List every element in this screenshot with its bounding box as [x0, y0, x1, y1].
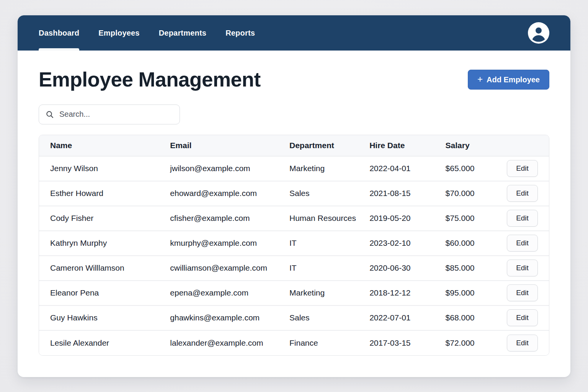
- cell-name: Cameron Willlamson: [39, 256, 170, 281]
- cell-salary: $68.000: [446, 305, 507, 330]
- column-header-hire-date: Hire Date: [369, 135, 445, 156]
- cell-hire-date: 2021-08-15: [369, 181, 445, 206]
- cell-email: jwilson@example.com: [170, 156, 289, 181]
- add-employee-button[interactable]: + Add Employee: [468, 70, 549, 90]
- search-input[interactable]: [59, 110, 173, 119]
- cell-salary: $60.000: [446, 231, 507, 256]
- page-header: Employee Management + Add Employee: [39, 68, 549, 91]
- cell-name: Cody Fisher: [39, 206, 170, 231]
- cell-hire-date: 2018-12-12: [369, 281, 445, 305]
- table-row: Jenny Wilson jwilson@example.com Marketi…: [39, 156, 549, 181]
- cell-department: Marketing: [289, 281, 369, 305]
- cell-department: IT: [289, 256, 369, 281]
- edit-button[interactable]: Edit: [507, 309, 538, 326]
- column-header-department: Department: [289, 135, 369, 156]
- add-employee-label: Add Employee: [487, 75, 540, 84]
- main-content: Employee Management + Add Employee: [18, 51, 570, 356]
- cell-email: epena@example.com: [170, 281, 289, 305]
- cell-salary: $85.000: [446, 256, 507, 281]
- cell-actions: Edit: [506, 231, 549, 256]
- cell-actions: Edit: [506, 281, 549, 305]
- nav-tab-reports[interactable]: Reports: [225, 15, 255, 51]
- cell-hire-date: 2022-04-01: [369, 156, 445, 181]
- cell-hire-date: 2020-06-30: [369, 256, 445, 281]
- nav-items: Dashboard Employees Departments Reports: [39, 15, 274, 51]
- cell-email: kmurphy@example.com: [170, 231, 289, 256]
- cell-department: Sales: [289, 305, 369, 330]
- table-row: Eleanor Pena epena@example.com Marketing…: [39, 281, 549, 305]
- cell-hire-date: 2017-03-15: [369, 330, 445, 355]
- cell-salary: $75.000: [446, 206, 507, 231]
- cell-salary: $65.000: [446, 156, 507, 181]
- table-row: Cameron Willlamson cwilliamson@example.c…: [39, 256, 549, 281]
- page-title: Employee Management: [39, 68, 261, 91]
- cell-name: Eleanor Pena: [39, 281, 170, 305]
- column-header-actions: [506, 135, 549, 156]
- nav-tab-dashboard[interactable]: Dashboard: [39, 15, 79, 51]
- edit-button[interactable]: Edit: [507, 284, 538, 301]
- table-row: Cody Fisher cfisher@example.com Human Re…: [39, 206, 549, 231]
- cell-email: cfisher@example.com: [170, 206, 289, 231]
- edit-button[interactable]: Edit: [507, 160, 538, 177]
- cell-hire-date: 2019-05-20: [369, 206, 445, 231]
- edit-button[interactable]: Edit: [507, 210, 538, 227]
- employee-table: Name Email Department Hire Date Salary J…: [39, 135, 549, 356]
- cell-email: lalexander@example.com: [170, 330, 289, 355]
- column-header-name: Name: [39, 135, 170, 156]
- cell-name: Esther Howard: [39, 181, 170, 206]
- app-window: Dashboard Employees Departments Reports …: [18, 15, 570, 377]
- search-icon: [45, 110, 54, 119]
- cell-department: IT: [289, 231, 369, 256]
- cell-actions: Edit: [506, 330, 549, 355]
- cell-email: cwilliamson@example.com: [170, 256, 289, 281]
- cell-actions: Edit: [506, 305, 549, 330]
- cell-actions: Edit: [506, 181, 549, 206]
- cell-hire-date: 2023-02-10: [369, 231, 445, 256]
- edit-button[interactable]: Edit: [507, 260, 538, 276]
- top-navbar: Dashboard Employees Departments Reports: [18, 15, 570, 51]
- cell-hire-date: 2022-07-01: [369, 305, 445, 330]
- table-row: Lesile Alexander lalexander@example.com …: [39, 330, 549, 355]
- table-row: Kathryn Murphy kmurphy@example.com IT 20…: [39, 231, 549, 256]
- cell-name: Kathryn Murphy: [39, 231, 170, 256]
- cell-salary: $95.000: [446, 281, 507, 305]
- cell-department: Finance: [289, 330, 369, 355]
- user-icon: [528, 22, 549, 44]
- cell-email: ehoward@example.com: [170, 181, 289, 206]
- page-background: Dashboard Employees Departments Reports …: [0, 0, 588, 392]
- nav-tab-employees[interactable]: Employees: [98, 15, 139, 51]
- plus-icon: +: [477, 75, 483, 84]
- cell-department: Marketing: [289, 156, 369, 181]
- cell-name: Guy Hawkins: [39, 305, 170, 330]
- column-header-email: Email: [170, 135, 289, 156]
- cell-actions: Edit: [506, 156, 549, 181]
- cell-actions: Edit: [506, 206, 549, 231]
- edit-button[interactable]: Edit: [507, 185, 538, 202]
- table-header-row: Name Email Department Hire Date Salary: [39, 135, 549, 156]
- user-avatar-button[interactable]: [528, 22, 549, 44]
- edit-button[interactable]: Edit: [507, 335, 538, 351]
- nav-tab-departments[interactable]: Departments: [159, 15, 206, 51]
- search-box[interactable]: [39, 105, 180, 124]
- cell-name: Jenny Wilson: [39, 156, 170, 181]
- cell-department: Human Resources: [289, 206, 369, 231]
- cell-salary: $72.000: [446, 330, 507, 355]
- cell-name: Lesile Alexander: [39, 330, 170, 355]
- table-row: Esther Howard ehoward@example.com Sales …: [39, 181, 549, 206]
- column-header-salary: Salary: [446, 135, 507, 156]
- table-row: Guy Hawkins ghawkins@example.com Sales 2…: [39, 305, 549, 330]
- cell-department: Sales: [289, 181, 369, 206]
- cell-actions: Edit: [506, 256, 549, 281]
- cell-salary: $70.000: [446, 181, 507, 206]
- edit-button[interactable]: Edit: [507, 235, 538, 252]
- cell-email: ghawkins@example.com: [170, 305, 289, 330]
